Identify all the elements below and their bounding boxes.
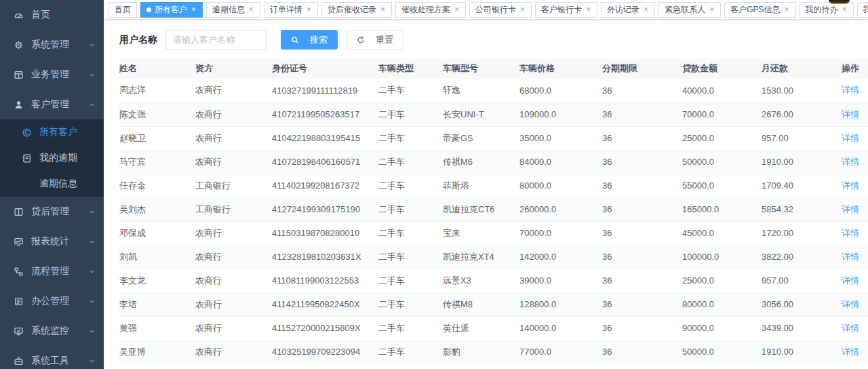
tab-label: 首页 — [115, 4, 131, 16]
table-cell: 2676.00 — [762, 102, 842, 126]
table-cell-actions: 详情 — [842, 364, 868, 369]
detail-link[interactable]: 详情 — [842, 252, 859, 262]
table-cell: 36 — [602, 150, 682, 174]
close-icon[interactable]: × — [306, 5, 312, 14]
close-icon[interactable]: × — [248, 5, 254, 14]
table-cell: 41142119950822450X — [272, 292, 378, 316]
column-header: 身份证号 — [272, 58, 378, 79]
tab-post-loan-collection-record[interactable]: 贷后催收记录× — [321, 2, 392, 18]
close-icon[interactable]: × — [585, 5, 591, 14]
table-row: 李文龙农商行411081199003122553二手车远景X339000.036… — [119, 269, 868, 292]
sidebar-item-office-management[interactable]: 办公管理 — [0, 286, 104, 316]
table-row: 刘凯农商行41232819810203631X二手车凯迪拉克XT4142000.… — [119, 245, 868, 269]
sidebar-item-label: 所有客户 — [39, 126, 96, 138]
tab-label: 订单详情 — [270, 4, 302, 16]
detail-link[interactable]: 详情 — [842, 109, 859, 119]
tab-company-bank-card[interactable]: 公司银行卡× — [469, 2, 532, 18]
close-icon[interactable]: × — [454, 5, 460, 14]
tab-emergency-contact[interactable]: 紧急联系人× — [658, 2, 721, 18]
close-icon[interactable]: × — [783, 5, 789, 14]
detail-link[interactable]: 详情 — [842, 323, 859, 333]
detail-link[interactable]: 详情 — [842, 85, 859, 95]
tab-label: 所有客户 — [155, 4, 187, 16]
table-cell: 36 — [602, 292, 682, 316]
table-cell: 36 — [602, 197, 682, 221]
table-cell: 吴刘杰 — [119, 197, 195, 221]
table-cell: 80000.0 — [519, 174, 602, 197]
table-cell: 3439.00 — [762, 316, 842, 340]
detail-link[interactable]: 详情 — [842, 180, 859, 191]
close-icon[interactable]: × — [842, 5, 848, 14]
chevron-down-icon — [88, 238, 96, 246]
tab-overdue-info[interactable]: 逾期信息× — [206, 2, 260, 18]
table-cell: 二手车 — [378, 292, 443, 316]
tab-home[interactable]: 首页 — [108, 2, 137, 18]
search-icon — [291, 36, 299, 44]
detail-link[interactable]: 详情 — [842, 299, 859, 309]
table-cell: 二手车 — [378, 269, 443, 292]
table-cell: 40000.0 — [682, 79, 762, 102]
table-cell: 36 — [602, 102, 682, 126]
tab-order-detail[interactable]: 订单详情× — [264, 2, 318, 18]
table-cell: 农商行 — [195, 292, 272, 316]
chevron-down-icon — [88, 328, 96, 335]
chevron-down-icon — [88, 41, 96, 49]
sidebar-item-report-statistics[interactable]: 报表统计 — [0, 227, 104, 256]
tab-my-process[interactable]: 我的流程× — [857, 2, 868, 18]
sidebar-item-customer-management[interactable]: 客户管理 — [0, 90, 104, 119]
column-header: 分期期限 — [602, 58, 682, 79]
detail-link[interactable]: 详情 — [842, 347, 859, 357]
close-icon[interactable]: × — [380, 5, 386, 14]
tab-all-customers[interactable]: 所有客户× — [140, 2, 203, 18]
tab-customer-gps-info[interactable]: 客户GPS信息× — [724, 2, 795, 18]
detail-link[interactable]: 详情 — [842, 275, 859, 286]
sidebar-item-label: 系统管理 — [31, 39, 88, 51]
table-cell: 农商行 — [195, 364, 272, 369]
search-button-label: 搜索 — [310, 34, 328, 46]
reset-button-label: 重置 — [376, 34, 393, 46]
sidebar-item-label: 办公管理 — [31, 295, 88, 307]
tab-customer-bank-card[interactable]: 客户银行卡× — [535, 2, 597, 18]
table-cell: 70000.0 — [519, 221, 602, 245]
table-cell: 远景X3 — [443, 269, 519, 292]
close-icon[interactable]: × — [519, 5, 526, 14]
sidebar-item-all-customers[interactable]: 所有客户 — [0, 119, 104, 145]
detail-link[interactable]: 详情 — [842, 133, 859, 143]
sidebar-item-my-overdue[interactable]: 我的逾期 — [0, 145, 104, 171]
detail-link[interactable]: 详情 — [842, 228, 859, 238]
table-cell: 55000.0 — [682, 174, 762, 197]
sidebar-item-post-loan-management[interactable]: 贷后管理 — [0, 197, 104, 227]
tab-visit-record[interactable]: 外访记录× — [601, 2, 655, 18]
table-cell: 69000.0 — [519, 364, 602, 369]
table-cell: 二手车 — [378, 245, 443, 269]
sidebar-item-business-management[interactable]: 业务管理 — [0, 60, 104, 90]
table-cell: 二手车 — [378, 150, 443, 174]
table-cell: 刘凯 — [119, 245, 195, 269]
reset-button[interactable]: 重置 — [347, 30, 403, 50]
table-cell: 410422198803195415 — [272, 126, 378, 150]
sidebar-item-system-management[interactable]: 系统管理 — [0, 30, 104, 60]
customer-name-input[interactable] — [165, 30, 267, 50]
sidebar-item-process-management[interactable]: 流程管理 — [0, 256, 104, 286]
sidebar-item-system-tools[interactable]: 系统工具 — [0, 346, 104, 369]
close-icon[interactable]: × — [643, 5, 649, 14]
sidebar-item-home[interactable]: 首页 — [0, 0, 104, 30]
table-cell: 任存金 — [119, 174, 195, 197]
table-cell-actions: 详情 — [842, 197, 868, 221]
table-header-row: 姓名资方身份证号车辆类型车辆型号车辆价格分期期限贷款金额月还款操作 — [119, 58, 868, 79]
sidebar-item-system-monitor[interactable]: 系统监控 — [0, 316, 104, 346]
detail-link[interactable]: 详情 — [842, 204, 859, 214]
chevron-down-icon — [88, 71, 96, 79]
table-row: 吴亚博农商行410325199709223094二手车影豹77000.03650… — [119, 340, 868, 364]
close-icon[interactable]: × — [191, 5, 197, 14]
table-cell: 36 — [602, 126, 682, 150]
table-cell: 77000.0 — [519, 340, 602, 364]
table-cell: 影豹 — [443, 340, 519, 364]
sidebar-item-overdue-info[interactable]: 逾期信息 — [0, 171, 104, 197]
table-row: 赵晓卫农商行410422198803195415二手车帝豪GS35000.036… — [119, 126, 868, 150]
search-button[interactable]: 搜索 — [281, 30, 338, 50]
detail-link[interactable]: 详情 — [842, 157, 859, 167]
tab-label: 我的待办 — [806, 4, 838, 16]
tab-collection-plan[interactable]: 催收处理方案× — [395, 2, 466, 18]
close-icon[interactable]: × — [709, 5, 715, 14]
